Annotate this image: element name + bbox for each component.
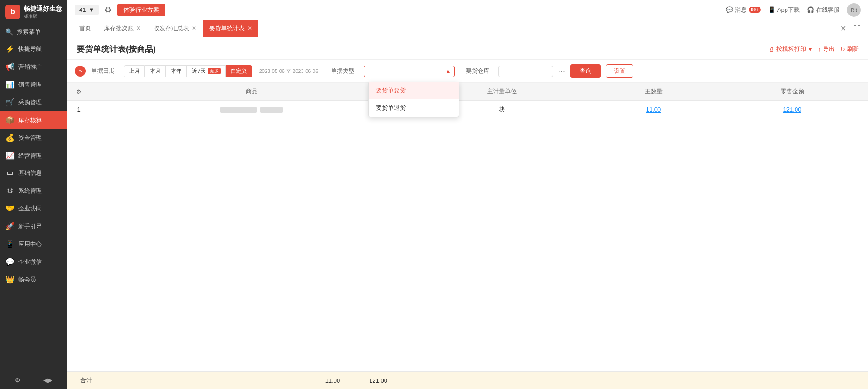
sidebar-item-system[interactable]: ⚙ 系统管理	[0, 182, 67, 200]
tab-close-active-icon[interactable]: ✕	[247, 25, 252, 31]
vip-icon: 👑	[5, 275, 15, 284]
type-select[interactable]: ▲	[364, 66, 455, 77]
sidebar-item-vip[interactable]: 👑 畅会员	[0, 271, 67, 288]
filter-expand-button[interactable]: »	[75, 66, 86, 77]
topbar: 41 ▼ ⚙ 体验行业方案 💬 消息 99+ 📱 App下载 🎧 在线客服 Ri…	[67, 0, 868, 20]
warehouse-label: 要货仓库	[466, 67, 489, 75]
logo-icon: b	[5, 5, 20, 19]
user-avatar[interactable]: Rit	[847, 3, 861, 17]
tab-batch-account[interactable]: 库存批次账 ✕	[98, 20, 147, 37]
page-title: 要货单统计表(按商品)	[77, 44, 156, 55]
tab-order-summary[interactable]: 要货单统计表 ✕	[203, 20, 258, 37]
sidebar-item-inventory[interactable]: 📦 库存核算	[0, 111, 67, 129]
page-header: 要货单统计表(按商品) 🖨 按模板打印 ▼ ↑ 导出 ↻ 刷新	[67, 37, 868, 60]
sidebar-item-label: 应用中心	[18, 240, 42, 248]
export-button[interactable]: ↑ 导出	[818, 45, 835, 53]
tab-receipt-summary[interactable]: 收发存汇总表 ✕	[147, 20, 203, 37]
sidebar-item-finance[interactable]: 💰 资金管理	[0, 129, 67, 147]
footer-quantity: 11.00	[310, 377, 355, 384]
sidebar-item-cooperation[interactable]: 🤝 企业协同	[0, 200, 67, 217]
tab-home[interactable]: 首页	[73, 20, 98, 37]
message-badge: 99+	[749, 7, 761, 13]
export-icon: ↑	[818, 46, 822, 53]
sidebar-item-purchase[interactable]: 🛒 采购管理	[0, 93, 67, 111]
close-tab-icon[interactable]: ✕	[838, 23, 848, 34]
type-select-value	[368, 68, 441, 75]
row-amount[interactable]: 121.00	[716, 101, 868, 118]
last-month-btn[interactable]: 上月	[124, 65, 145, 77]
collapse-button[interactable]: ◀▶	[40, 375, 56, 385]
basic-info-icon: 🗂	[5, 169, 15, 177]
product-placeholder2	[260, 107, 283, 113]
print-dropdown-icon: ▼	[808, 46, 813, 52]
sidebar-item-operations[interactable]: 📈 经营管理	[0, 147, 67, 164]
sidebar-item-label: 经营管理	[18, 152, 42, 160]
col-settings[interactable]: ⚙	[67, 83, 90, 101]
search-menu[interactable]: 🔍 搜索菜单	[0, 24, 67, 40]
recent-badge: 更多	[208, 68, 221, 74]
dropdown-item-return[interactable]: 要货单退货	[369, 99, 459, 117]
topbar-gear-icon[interactable]: ⚙	[104, 5, 112, 15]
store-selector[interactable]: 41 ▼	[75, 5, 99, 15]
wechat-icon: 💬	[5, 257, 15, 266]
print-button[interactable]: 🖨 按模板打印 ▼	[769, 45, 813, 53]
sidebar-item-wechat[interactable]: 💬 企业微信	[0, 253, 67, 271]
app-center-icon: 📱	[5, 240, 15, 248]
phone-icon: 📱	[768, 6, 776, 13]
sidebar-item-label: 销售管理	[18, 81, 42, 89]
product-placeholder	[220, 107, 257, 113]
table-row: 1 块 11.00 121.00	[67, 101, 868, 118]
topbar-right: 💬 消息 99+ 📱 App下载 🎧 在线客服 Rit	[726, 3, 861, 17]
filter-more-icon[interactable]: ···	[559, 67, 565, 75]
custom-btn[interactable]: 自定义	[226, 65, 252, 77]
sidebar-bottom: ⚙ ◀▶	[0, 371, 67, 389]
row-product	[90, 101, 413, 118]
tabbar-actions: ✕ ⛶	[838, 23, 863, 34]
tab-close-icon[interactable]: ✕	[136, 25, 141, 31]
print-icon: 🖨	[769, 46, 775, 53]
date-label: 单据日期	[91, 67, 115, 75]
this-month-btn[interactable]: 本月	[145, 65, 166, 77]
data-table: ⚙ 商品 主计量单位 主数量 零售金额 1 块	[67, 83, 868, 118]
col-product: 商品	[90, 83, 413, 101]
refresh-button[interactable]: ↻ 刷新	[840, 45, 859, 53]
sidebar-item-label: 企业微信	[18, 258, 42, 266]
dropdown-item-order[interactable]: 要货单要货	[369, 82, 459, 99]
settings-button[interactable]: 设置	[606, 64, 633, 78]
tab-close-icon[interactable]: ✕	[192, 25, 196, 31]
sidebar-item-sales[interactable]: 📊 销售管理	[0, 76, 67, 93]
footer-amount: 121.00	[355, 377, 401, 384]
warehouse-select[interactable]	[498, 66, 553, 77]
table-header-row: ⚙ 商品 主计量单位 主数量 零售金额	[67, 83, 868, 101]
marketing-icon: 📢	[5, 62, 15, 71]
message-icon: 💬	[726, 6, 733, 13]
sidebar-item-label: 快捷导航	[18, 45, 42, 53]
purchase-icon: 🛒	[5, 98, 15, 107]
row-quantity[interactable]: 11.00	[591, 101, 716, 118]
messages-button[interactable]: 💬 消息 99+	[726, 6, 761, 14]
sidebar-item-label: 库存核算	[18, 116, 42, 124]
sidebar: b 畅捷通好生意 标准版 🔍 搜索菜单 ⚡ 快捷导航 📢 营销推广 📊 销售管理…	[0, 0, 67, 389]
footer-label: 合计	[73, 376, 164, 384]
settings-button[interactable]: ⚙	[11, 375, 24, 385]
this-year-btn[interactable]: 本年	[166, 65, 187, 77]
date-buttons: 上月 本月 本年 近7天 更多 自定义	[124, 65, 252, 77]
app-subtitle: 标准版	[24, 13, 62, 19]
sidebar-item-app-center[interactable]: 📱 应用中心	[0, 235, 67, 253]
sidebar-item-quick-nav[interactable]: ⚡ 快捷导航	[0, 40, 67, 58]
sidebar-item-basic-info[interactable]: 🗂 基础信息	[0, 164, 67, 182]
refresh-icon: ↻	[840, 46, 845, 53]
row-index: 1	[67, 101, 90, 118]
sidebar-item-label: 新手引导	[18, 222, 42, 230]
online-service-button[interactable]: 🎧 在线客服	[807, 6, 840, 14]
sidebar-item-label: 系统管理	[18, 187, 42, 195]
query-button[interactable]: 查询	[570, 64, 601, 78]
filter-bar: » 单据日期 上月 本月 本年 近7天 更多 自定义 2023-05-06 至 …	[67, 60, 868, 83]
promo-button[interactable]: 体验行业方案	[117, 4, 165, 16]
recent7-btn[interactable]: 近7天 更多	[187, 65, 226, 77]
maximize-icon[interactable]: ⛶	[852, 24, 863, 34]
app-download-button[interactable]: 📱 App下载	[768, 6, 800, 14]
sidebar-item-guide[interactable]: 🚀 新手引导	[0, 217, 67, 235]
sidebar-item-marketing[interactable]: 📢 营销推广	[0, 58, 67, 76]
app-logo: b 畅捷通好生意 标准版	[0, 0, 67, 24]
